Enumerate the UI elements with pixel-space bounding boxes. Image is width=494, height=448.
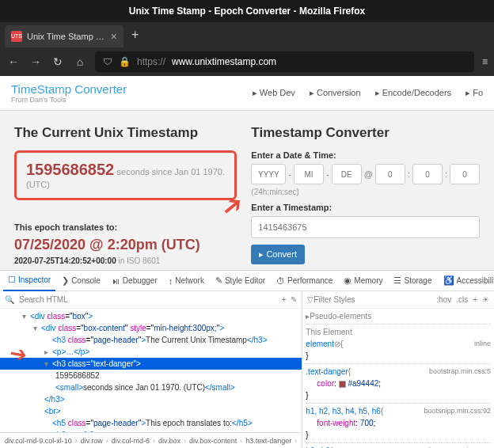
- filter-styles-input[interactable]: Filter Styles: [314, 295, 355, 304]
- day-input[interactable]: [332, 164, 362, 184]
- site-header: TimeStamp Converter From Dan's Tools Web…: [0, 76, 494, 111]
- month-input[interactable]: [294, 164, 324, 184]
- devtools-panel: ☐Inspector ❯Console ⏯Debugger ↕Network ✎…: [0, 270, 494, 448]
- search-html-input[interactable]: Search HTML: [19, 295, 68, 304]
- console-icon: ❯: [62, 275, 69, 286]
- page-viewport: TimeStamp Converter From Dan's Tools Web…: [0, 76, 494, 270]
- epoch-translates-label: This epoch translates to:: [14, 222, 237, 232]
- current-timestamp: 1595686852: [26, 161, 114, 178]
- window-titlebar: Unix Time Stamp - Epoch Converter - Mozi…: [0, 0, 494, 22]
- back-button[interactable]: ←: [6, 55, 21, 68]
- iso-date: 2020-07-25T14:20:52+00:00: [14, 256, 116, 265]
- tab-storage[interactable]: ☰Storage: [389, 271, 436, 291]
- minute-input[interactable]: [412, 164, 443, 184]
- selected-dom-node[interactable]: ▾<h3 class="text-danger">: [0, 358, 302, 370]
- debugger-icon: ⏯: [112, 276, 120, 286]
- hov-toggle[interactable]: :hov: [436, 295, 451, 304]
- menu-icon[interactable]: ≡: [482, 56, 488, 67]
- storage-icon: ☰: [393, 275, 401, 286]
- browser-tabstrip: UTS Unix Time Stamp - Epoch × +: [0, 22, 494, 47]
- window-title: Unix Time Stamp - Epoch Converter - Mozi…: [129, 6, 366, 17]
- lock-icon: 🔒: [119, 56, 131, 67]
- favicon-icon: UTS: [11, 31, 22, 42]
- styles-pane[interactable]: ▸ Pseudo-elements This Element element ⊘…: [302, 309, 494, 448]
- url-protocol: https://: [137, 56, 165, 67]
- tab-network[interactable]: ↕Network: [164, 271, 209, 291]
- tab-console[interactable]: ❯Console: [57, 271, 105, 291]
- timestamp-highlight-box: 1595686852 seconds since Jan 01 1970. (U…: [14, 150, 237, 200]
- devtools-tabs: ☐Inspector ❯Console ⏯Debugger ↕Network ✎…: [0, 271, 494, 291]
- reload-button[interactable]: ↻: [51, 55, 65, 68]
- accessibility-icon: ♿: [443, 275, 454, 286]
- add-element-button[interactable]: +: [282, 295, 287, 304]
- datetime-label: Enter a Date & Time:: [251, 150, 480, 160]
- converter-title: Timestamp Converter: [251, 125, 480, 141]
- shield-icon: 🛡: [103, 56, 112, 67]
- styles-filter-bar: ▽ Filter Styles :hov .cls + ☀: [302, 291, 494, 309]
- nav-item[interactable]: Web Dev: [253, 88, 295, 98]
- hour-input[interactable]: [375, 164, 405, 184]
- add-rule-button[interactable]: +: [473, 295, 477, 304]
- url-host: www.unixtimestamp.com: [172, 56, 276, 67]
- timestamp-input[interactable]: [251, 216, 480, 238]
- tab-title: Unix Time Stamp - Epoch: [27, 32, 106, 41]
- tab-performance[interactable]: ⏱Performance: [272, 271, 337, 291]
- breadcrumb[interactable]: div.col-md-9.col-xl-10› div.row› div.col…: [0, 432, 302, 448]
- tab-inspector[interactable]: ☐Inspector: [3, 271, 55, 291]
- forward-button[interactable]: →: [28, 55, 43, 68]
- inspector-icon: ☐: [8, 275, 16, 285]
- nav-item[interactable]: Conversion: [310, 88, 361, 98]
- network-icon: ↕: [169, 276, 173, 286]
- nav-item[interactable]: Fo: [466, 88, 483, 98]
- filter-icon: ▽: [307, 295, 314, 304]
- nav-item[interactable]: Encode/Decoders: [375, 88, 452, 98]
- tab-accessibility[interactable]: ♿Accessibility: [439, 271, 495, 291]
- search-icon: 🔍: [5, 295, 14, 304]
- iso-label: in ISO 8601: [119, 256, 161, 265]
- tab-style-editor[interactable]: ✎Style Editor: [211, 271, 270, 291]
- eyedropper-icon[interactable]: ✎: [291, 295, 297, 304]
- site-brand[interactable]: TimeStamp Converter: [11, 82, 127, 96]
- tab-debugger[interactable]: ⏯Debugger: [107, 271, 162, 291]
- home-button[interactable]: ⌂: [73, 55, 87, 68]
- performance-icon: ⏱: [276, 276, 285, 286]
- convert-button[interactable]: ▸ Convert: [251, 245, 305, 264]
- second-input[interactable]: [450, 164, 480, 184]
- new-tab-button[interactable]: +: [131, 28, 139, 42]
- cls-toggle[interactable]: .cls: [456, 295, 468, 304]
- tab-memory[interactable]: ◉Memory: [339, 271, 387, 291]
- browser-tab[interactable]: UTS Unix Time Stamp - Epoch ×: [5, 25, 124, 47]
- url-input[interactable]: 🛡 🔒 https://www.unixtimestamp.com: [95, 51, 474, 72]
- page-title: The Current Unix Timestamp: [14, 125, 237, 141]
- light-icon[interactable]: ☀: [482, 295, 489, 304]
- style-icon: ✎: [215, 275, 222, 286]
- site-nav: Web Dev Conversion Encode/Decoders Fo: [253, 88, 483, 98]
- site-subtitle: From Dan's Tools: [11, 96, 127, 104]
- time-format-hint: (24h:min:sec): [251, 188, 480, 196]
- devtools-search-bar: 🔍 Search HTML + ✎: [0, 291, 302, 309]
- browser-toolbar: ← → ↻ ⌂ 🛡 🔒 https://www.unixtimestamp.co…: [0, 47, 494, 76]
- year-input[interactable]: [251, 164, 286, 184]
- human-date: 07/25/2020 @ 2:20pm (UTC): [14, 237, 237, 253]
- memory-icon: ◉: [344, 275, 352, 286]
- timestamp-label: Enter a Timestamp:: [251, 203, 480, 212]
- close-tab-icon[interactable]: ×: [111, 30, 117, 43]
- dom-tree[interactable]: ▾<div class="box"> ▾<div class="box-cont…: [0, 309, 302, 432]
